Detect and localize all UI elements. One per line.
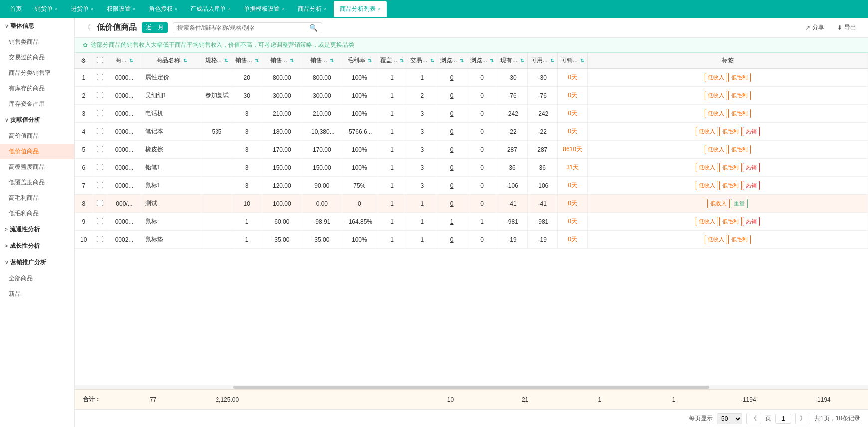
sidebar-section-circulation[interactable]: > 流通性分析	[0, 221, 74, 238]
sidebar-item-low-margin[interactable]: 低毛利商品	[0, 206, 74, 221]
search-input[interactable]	[177, 24, 306, 31]
nav-permission-settings[interactable]: 权限设置 ×	[101, 1, 142, 17]
nav-close-icon[interactable]: ×	[55, 6, 58, 12]
browse-count[interactable]: 0	[450, 74, 454, 81]
col-sellable[interactable]: 可销... ⇅	[557, 53, 587, 69]
cell-browse1[interactable]: 0	[437, 123, 467, 141]
cell-browse1[interactable]: 0	[437, 69, 467, 87]
col-browse1[interactable]: 浏览... ⇅	[437, 53, 467, 69]
cell-checkbox[interactable]	[93, 195, 107, 213]
col-margin-rate[interactable]: 毛利率 ⇅	[342, 53, 377, 69]
row-checkbox[interactable]	[97, 200, 103, 206]
col-sales3[interactable]: 销售... ⇅	[302, 53, 342, 69]
nav-close-icon[interactable]: ×	[324, 6, 327, 12]
row-checkbox[interactable]	[97, 164, 103, 170]
browse-count[interactable]: 1	[450, 218, 454, 225]
nav-purchase-order[interactable]: 进货单 ×	[65, 1, 100, 17]
cell-browse1[interactable]: 0	[437, 159, 467, 177]
cell-checkbox[interactable]	[93, 87, 107, 105]
cell-checkbox[interactable]	[93, 105, 107, 123]
row-checkbox[interactable]	[97, 128, 103, 134]
col-available-stock[interactable]: 可用... ⇅	[527, 53, 557, 69]
cell-browse1[interactable]: 0	[437, 105, 467, 123]
nav-role-auth[interactable]: 角色授权 ×	[143, 1, 184, 17]
row-checkbox[interactable]	[97, 236, 103, 242]
browse-count[interactable]: 0	[450, 164, 454, 171]
col-browse2[interactable]: 浏览... ⇅	[467, 53, 497, 69]
cell-checkbox[interactable]	[93, 213, 107, 231]
cell-checkbox[interactable]	[93, 123, 107, 141]
browse-count[interactable]: 0	[450, 92, 454, 99]
sidebar-item-high-coverage[interactable]: 高覆盖度商品	[0, 159, 74, 175]
cell-browse1[interactable]: 0	[437, 231, 467, 249]
sidebar-section-marketing[interactable]: ∨ 营销推广分析	[0, 254, 74, 271]
browse-count[interactable]: 0	[450, 236, 454, 243]
col-settings[interactable]: ⚙	[75, 53, 93, 69]
sidebar-item-stock-capital[interactable]: 库存资金占用	[0, 96, 74, 112]
browse-count[interactable]: 0	[450, 182, 454, 189]
col-spec[interactable]: 规格... ⇅	[202, 53, 232, 69]
sidebar-item-sales-goods[interactable]: 销售类商品	[0, 34, 74, 50]
nav-template-settings[interactable]: 单据模板设置 ×	[238, 1, 291, 17]
row-checkbox[interactable]	[97, 218, 103, 224]
page-number-input[interactable]	[775, 414, 791, 424]
nav-close-icon[interactable]: ×	[378, 6, 381, 12]
col-sales2[interactable]: 销售... ⇅	[262, 53, 302, 69]
col-coverage[interactable]: 覆盖... ⇅	[377, 53, 407, 69]
sidebar-item-high-value[interactable]: 高价值商品	[0, 128, 74, 144]
horizontal-scrollbar[interactable]	[75, 385, 868, 389]
cell-browse1[interactable]: 0	[437, 87, 467, 105]
cell-checkbox[interactable]	[93, 159, 107, 177]
browse-count[interactable]: 0	[450, 110, 454, 117]
browse-count[interactable]: 0	[450, 200, 454, 207]
sidebar-item-category-sales-rate[interactable]: 商品分类销售率	[0, 65, 74, 81]
row-checkbox[interactable]	[97, 74, 103, 80]
cell-browse1[interactable]: 0	[437, 141, 467, 159]
sidebar-item-new-goods[interactable]: 新品	[0, 286, 74, 302]
page-size-select[interactable]: 50 100	[717, 413, 742, 424]
browse-count[interactable]: 0	[450, 146, 454, 153]
filter-tag-recent-month[interactable]: 近一月	[142, 22, 168, 33]
row-checkbox[interactable]	[97, 110, 103, 116]
select-all-checkbox[interactable]	[97, 57, 103, 63]
sidebar-section-overall[interactable]: ∨ 整体信息	[0, 18, 74, 34]
share-button[interactable]: ↗ 分享	[801, 22, 828, 33]
col-sales1[interactable]: 销售... ⇅	[232, 53, 262, 69]
cell-browse1[interactable]: 0	[437, 177, 467, 195]
row-checkbox[interactable]	[97, 92, 103, 98]
row-checkbox[interactable]	[97, 146, 103, 152]
browse-count[interactable]: 0	[450, 128, 454, 135]
sidebar-item-low-coverage[interactable]: 低覆盖度商品	[0, 175, 74, 190]
nav-close-icon[interactable]: ×	[175, 6, 178, 12]
nav-close-icon[interactable]: ×	[133, 6, 136, 12]
cell-checkbox[interactable]	[93, 177, 107, 195]
nav-goods-analysis[interactable]: 商品分析 ×	[292, 1, 333, 17]
row-checkbox[interactable]	[97, 182, 103, 188]
nav-sales-order[interactable]: 销货单 ×	[29, 1, 64, 17]
cell-checkbox[interactable]	[93, 141, 107, 159]
sidebar-item-high-margin[interactable]: 高毛利商品	[0, 190, 74, 206]
nav-goods-analysis-list[interactable]: 商品分析列表 ×	[334, 1, 387, 17]
export-button[interactable]: ⬇ 导出	[833, 22, 860, 33]
cell-checkbox[interactable]	[93, 69, 107, 87]
nav-close-icon[interactable]: ×	[228, 6, 231, 12]
cell-browse1[interactable]: 1	[437, 213, 467, 231]
sidebar-item-low-value[interactable]: 低价值商品	[0, 144, 74, 159]
col-checkbox[interactable]	[93, 53, 107, 69]
sidebar-item-traded-goods[interactable]: 交易过的商品	[0, 50, 74, 65]
col-transaction[interactable]: 交易... ⇅	[407, 53, 437, 69]
sidebar-item-all-goods[interactable]: 全部商品	[0, 271, 74, 286]
nav-product-inbound[interactable]: 产成品入库单 ×	[184, 1, 237, 17]
cell-browse1[interactable]: 0	[437, 195, 467, 213]
nav-home[interactable]: 首页	[4, 1, 28, 17]
sidebar-item-stock-goods[interactable]: 有库存的商品	[0, 81, 74, 96]
col-current-stock[interactable]: 现有... ⇅	[497, 53, 527, 69]
sidebar-section-contribution[interactable]: ∨ 贡献值分析	[0, 112, 74, 128]
prev-page-button[interactable]: 《	[746, 413, 761, 424]
sidebar-section-growth[interactable]: > 成长性分析	[0, 238, 74, 254]
col-code[interactable]: 商... ⇅	[107, 53, 142, 69]
next-page-button[interactable]: 》	[795, 413, 810, 424]
nav-close-icon[interactable]: ×	[282, 6, 285, 12]
search-icon[interactable]: 🔍	[309, 24, 318, 32]
collapse-sidebar-button[interactable]: 《	[83, 22, 92, 33]
